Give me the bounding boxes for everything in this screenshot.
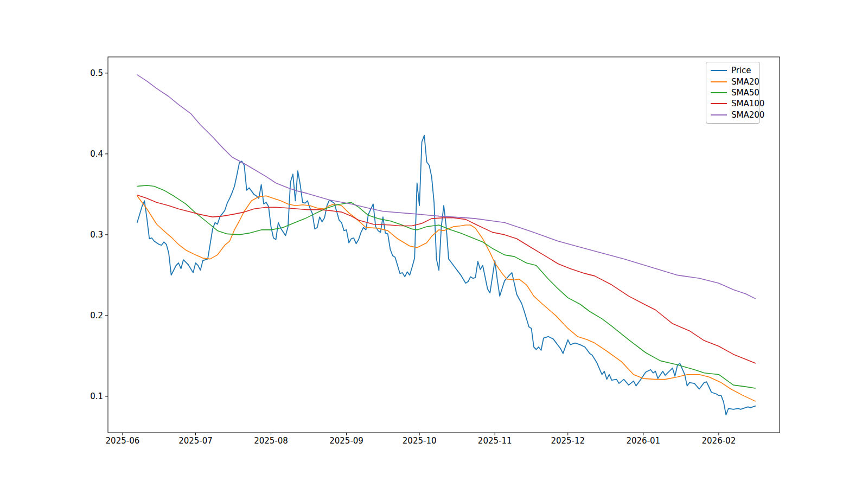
y-tick-label: 0.1	[90, 391, 103, 401]
legend-label: SMA20	[731, 76, 760, 87]
legend-entry-sma100: SMA100	[711, 98, 755, 109]
chart-legend: PriceSMA20SMA50SMA100SMA200	[706, 62, 760, 124]
legend-line-sample	[711, 103, 727, 104]
legend-label: SMA50	[731, 87, 760, 98]
legend-label: SMA100	[731, 98, 764, 109]
legend-entry-sma50: SMA50	[711, 87, 755, 98]
legend-label: SMA200	[731, 110, 764, 120]
x-tick-label: 2025-08	[254, 436, 288, 446]
price-line	[137, 136, 755, 415]
x-tick-label: 2025-09	[329, 436, 363, 446]
y-tick-label: 0.5	[90, 68, 103, 78]
sma100-line	[137, 195, 755, 363]
legend-line-sample	[711, 70, 727, 71]
x-tick-label: 2025-07	[178, 436, 213, 446]
legend-line-sample	[711, 114, 727, 115]
x-tick-label: 2025-12	[551, 436, 585, 446]
legend-line-sample	[711, 92, 727, 93]
x-tick-label: 2026-02	[702, 436, 736, 446]
legend-entry-sma20: SMA20	[711, 76, 755, 87]
y-tick-label: 0.3	[90, 230, 103, 240]
sma50-line	[137, 185, 755, 388]
x-tick-label: 2025-10	[403, 436, 437, 446]
legend-label: Price	[731, 65, 751, 76]
sma200-line	[137, 75, 755, 299]
y-tick-label: 0.4	[90, 149, 103, 159]
legend-entry-price: Price	[711, 65, 755, 76]
legend-entry-sma200: SMA200	[711, 110, 755, 120]
x-tick-label: 2025-11	[478, 436, 512, 446]
price-chart-figure: 2025-062025-072025-082025-092025-102025-…	[0, 0, 868, 488]
legend-line-sample	[711, 81, 727, 82]
y-tick-label: 0.2	[90, 311, 103, 320]
x-tick-label: 2026-01	[626, 436, 660, 446]
x-tick-label: 2025-06	[106, 436, 140, 446]
